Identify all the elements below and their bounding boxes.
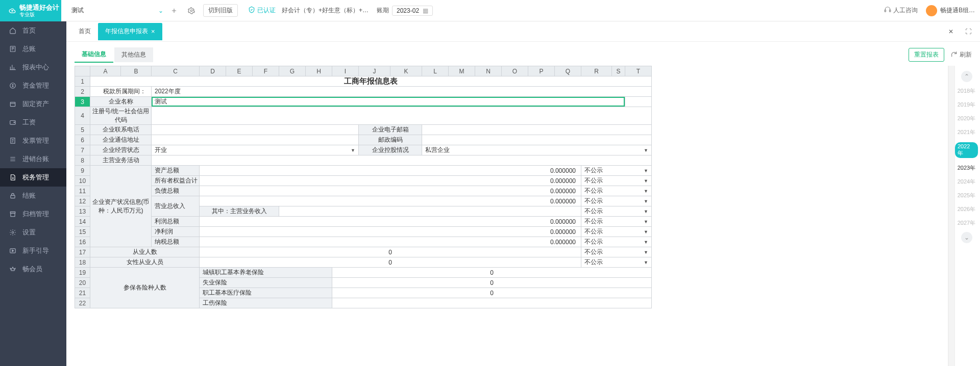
period-value: 2023-02 xyxy=(397,7,419,14)
chevron-down-icon: ⌄ xyxy=(158,7,163,14)
user-name: 畅捷通B组… xyxy=(940,6,975,15)
plan-label: 好会计（专）+好生意（标）+… xyxy=(282,6,369,15)
support-label: 人工咨询 xyxy=(893,6,918,15)
cloud-up-icon xyxy=(8,6,17,15)
svg-rect-1 xyxy=(885,10,886,12)
shield-check-icon xyxy=(248,6,255,15)
calendar-icon: ▦ xyxy=(423,7,428,14)
app-header: 畅捷通好会计 专业版 测试 ⌄ 切到旧版 已认证 好会计（专）+好生意（标）+…… xyxy=(0,0,980,21)
svg-point-0 xyxy=(190,10,192,12)
settings-button[interactable] xyxy=(185,4,198,17)
switch-old-button[interactable]: 切到旧版 xyxy=(203,4,238,17)
logo: 畅捷通好会计 专业版 xyxy=(0,0,61,21)
logo-title: 畅捷通好会计 xyxy=(19,3,59,12)
avatar-icon xyxy=(926,5,937,16)
logo-subtitle: 专业版 xyxy=(19,11,59,18)
company-selector[interactable]: 测试 ⌄ xyxy=(71,4,163,17)
svg-rect-2 xyxy=(889,10,890,12)
verified-label: 已认证 xyxy=(257,6,276,15)
verified-badge: 已认证 xyxy=(248,6,276,15)
support-link[interactable]: 人工咨询 xyxy=(884,6,918,15)
company-name: 测试 xyxy=(71,6,84,15)
add-button[interactable] xyxy=(167,4,181,17)
period-selector[interactable]: 2023-02 ▦ xyxy=(392,6,433,16)
period-label: 账期 xyxy=(377,6,389,15)
headset-icon xyxy=(884,6,891,15)
user-menu[interactable]: 畅捷通B组… xyxy=(926,5,975,16)
tab-home[interactable]: 首页 xyxy=(71,21,98,22)
